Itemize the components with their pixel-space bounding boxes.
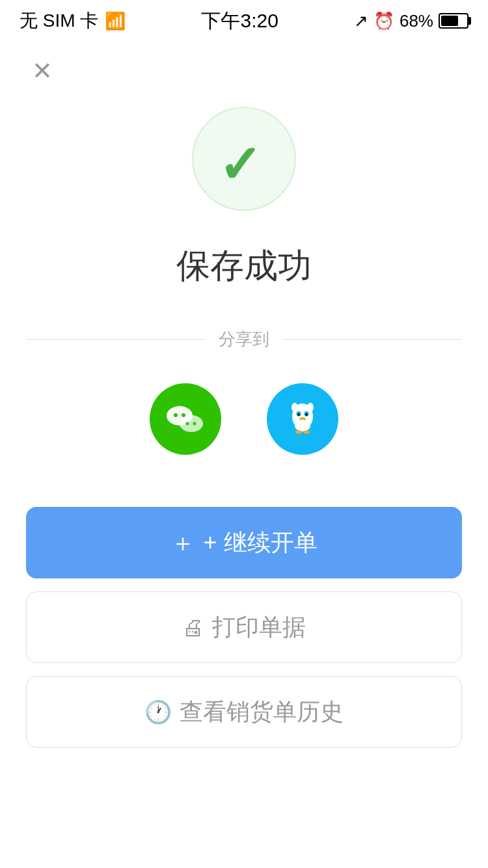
qq-icon — [282, 398, 324, 441]
status-left: 无 SIM 卡 📶 — [20, 8, 126, 33]
print-button[interactable]: 🖨 打印单据 — [26, 591, 462, 663]
share-icons-row — [150, 383, 338, 455]
share-label: 分享到 — [219, 328, 269, 351]
share-divider: 分享到 — [26, 328, 462, 351]
svg-point-16 — [307, 403, 314, 412]
success-circle — [192, 107, 296, 211]
history-icon: 🕐 — [144, 699, 172, 725]
no-sim-text: 无 SIM 卡 — [20, 8, 98, 33]
continue-order-button[interactable]: ＋ + 继续开单 — [26, 507, 462, 578]
action-buttons: ＋ + 继续开单 🖨 打印单据 🕐 查看销货单历史 — [26, 507, 462, 748]
svg-point-1 — [180, 415, 203, 432]
svg-point-2 — [174, 413, 178, 417]
main-content: ✕ 保存成功 分享到 — [0, 42, 488, 748]
svg-point-10 — [305, 413, 308, 416]
location-icon: ↗ — [354, 11, 368, 31]
history-label: 查看销货单历史 — [180, 696, 344, 728]
wechat-share-button[interactable] — [150, 383, 221, 455]
status-time: 下午3:20 — [201, 8, 278, 34]
checkmark-icon — [218, 139, 270, 178]
wifi-icon: 📶 — [105, 11, 126, 31]
svg-point-13 — [295, 430, 302, 433]
status-right: ↗ ⏰ 68% — [354, 11, 468, 31]
svg-point-3 — [182, 413, 185, 417]
plus-icon: ＋ — [170, 526, 195, 560]
print-icon: 🖨 — [182, 615, 204, 640]
svg-point-15 — [291, 403, 298, 412]
close-button[interactable]: ✕ — [26, 55, 59, 87]
wechat-icon — [163, 396, 208, 442]
success-area: 保存成功 分享到 — [26, 42, 462, 748]
battery-icon — [439, 13, 468, 29]
history-button[interactable]: 🕐 查看销货单历史 — [26, 676, 462, 748]
svg-point-14 — [303, 430, 310, 433]
svg-point-4 — [186, 422, 189, 426]
alarm-icon: ⏰ — [373, 11, 394, 31]
svg-point-12 — [295, 420, 310, 431]
battery-percent: 68% — [400, 11, 433, 31]
continue-order-label: + 继续开单 — [203, 527, 317, 559]
qq-share-button[interactable] — [267, 383, 338, 455]
divider-left — [26, 339, 206, 340]
divider-right — [282, 339, 462, 340]
svg-point-5 — [193, 422, 197, 426]
status-bar: 无 SIM 卡 📶 下午3:20 ↗ ⏰ 68% — [0, 0, 488, 42]
close-icon: ✕ — [32, 59, 53, 83]
print-label: 打印单据 — [212, 612, 306, 644]
success-title: 保存成功 — [176, 243, 312, 289]
svg-point-9 — [297, 413, 300, 416]
